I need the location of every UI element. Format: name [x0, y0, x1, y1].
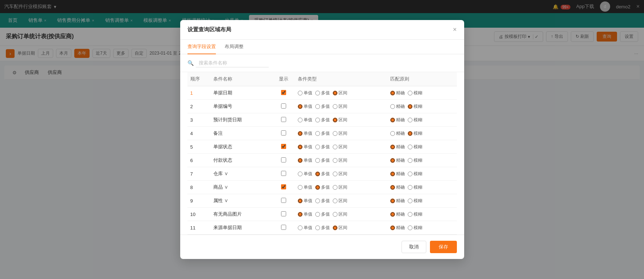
col-order: 顺序 [187, 72, 210, 86]
type-radio-多值[interactable]: 多值 [315, 157, 330, 164]
type-radio-多值[interactable]: 多值 [315, 90, 330, 96]
match-radio-模糊[interactable]: 模糊 [408, 144, 422, 150]
type-radio-多值[interactable]: 多值 [315, 144, 330, 150]
match-radio-精确[interactable]: 精确 [390, 103, 405, 110]
type-radio-单值[interactable]: 单值 [298, 198, 312, 204]
type-radio-多值[interactable]: 多值 [315, 184, 330, 190]
match-radio-精确[interactable]: 精确 [390, 117, 405, 123]
match-radio-精确[interactable]: 精确 [390, 198, 405, 204]
match-radio-精确[interactable]: 精确 [390, 90, 405, 96]
type-radio-单值[interactable]: 单值 [298, 117, 312, 123]
type-radio-多值[interactable]: 多值 [315, 225, 330, 231]
modal-close-button[interactable]: × [453, 26, 457, 34]
type-radio-多值[interactable]: 多值 [315, 198, 330, 204]
modal-table-container: 顺序 条件名称 显示 条件类型 匹配原则 1单据日期单值多值区间精确模糊2单据编… [180, 72, 464, 235]
type-radio-group: 单值多值区间 [298, 117, 384, 123]
type-radio-group: 单值多值区间 [298, 211, 384, 217]
type-radio-单值[interactable]: 单值 [298, 157, 312, 164]
type-radio-多值[interactable]: 多值 [315, 130, 330, 137]
row-order: 7 [190, 171, 193, 177]
modal-title: 设置查询区域布局 [187, 26, 231, 33]
type-radio-区间[interactable]: 区间 [333, 157, 347, 164]
type-radio-区间[interactable]: 区间 [333, 198, 347, 204]
table-row: 3预计到货日期单值多值区间精确模糊 [187, 113, 457, 127]
cancel-button[interactable]: 取消 [402, 241, 426, 253]
type-radio-单值[interactable]: 单值 [298, 225, 312, 231]
type-radio-区间[interactable]: 区间 [333, 225, 347, 231]
display-checkbox-5[interactable] [281, 144, 286, 149]
type-radio-区间[interactable]: 区间 [333, 90, 347, 96]
display-checkbox-10[interactable] [281, 211, 286, 216]
table-row: 6付款状态单值多值区间精确模糊 [187, 154, 457, 167]
match-radio-精确[interactable]: 精确 [390, 144, 405, 150]
display-checkbox-4[interactable] [281, 130, 286, 135]
row-order: 11 [190, 225, 195, 231]
display-checkbox-2[interactable] [281, 103, 286, 109]
display-checkbox-6[interactable] [281, 157, 286, 162]
tab-query-fields[interactable]: 查询字段设置 [187, 40, 216, 54]
match-radio-模糊[interactable]: 模糊 [408, 211, 422, 217]
type-radio-单值[interactable]: 单值 [298, 144, 312, 150]
row-order: 1 [190, 90, 193, 96]
type-radio-group: 单值多值区间 [298, 184, 384, 190]
match-radio-group: 精确模糊 [390, 117, 454, 123]
type-radio-区间[interactable]: 区间 [333, 103, 347, 110]
match-radio-模糊[interactable]: 模糊 [408, 90, 422, 96]
match-radio-精确[interactable]: 精确 [390, 225, 405, 231]
save-button[interactable]: 保存 [430, 241, 457, 253]
type-radio-多值[interactable]: 多值 [315, 171, 330, 177]
table-row: 5单据状态单值多值区间精确模糊 [187, 140, 457, 154]
conditions-table: 顺序 条件名称 显示 条件类型 匹配原则 1单据日期单值多值区间精确模糊2单据编… [187, 72, 457, 235]
match-radio-模糊[interactable]: 模糊 [408, 130, 422, 137]
table-row: 7仓库 ∨单值多值区间精确模糊 [187, 167, 457, 181]
match-radio-模糊[interactable]: 模糊 [408, 157, 422, 164]
tab-layout-adjust[interactable]: 布局调整 [225, 40, 244, 54]
type-radio-单值[interactable]: 单值 [298, 103, 312, 110]
display-checkbox-11[interactable] [281, 225, 286, 230]
type-radio-区间[interactable]: 区间 [333, 171, 347, 177]
modal-overlay: 设置查询区域布局 × 查询字段设置 布局调整 🔍 顺序 条件名称 [0, 0, 644, 279]
type-radio-区间[interactable]: 区间 [333, 184, 347, 190]
type-radio-多值[interactable]: 多值 [315, 117, 330, 123]
match-radio-模糊[interactable]: 模糊 [408, 225, 422, 231]
match-radio-模糊[interactable]: 模糊 [408, 103, 422, 110]
match-radio-精确[interactable]: 精确 [390, 184, 405, 190]
type-radio-group: 单值多值区间 [298, 130, 384, 137]
type-radio-单值[interactable]: 单值 [298, 90, 312, 96]
row-condition-name: 有无商品图片 [213, 211, 242, 217]
display-checkbox-7[interactable] [281, 171, 286, 176]
type-radio-单值[interactable]: 单值 [298, 130, 312, 137]
match-radio-模糊[interactable]: 模糊 [408, 184, 422, 190]
match-radio-模糊[interactable]: 模糊 [408, 171, 422, 177]
type-radio-单值[interactable]: 单值 [298, 211, 312, 217]
match-radio-精确[interactable]: 精确 [390, 157, 405, 164]
type-radio-单值[interactable]: 单值 [298, 171, 312, 177]
match-radio-模糊[interactable]: 模糊 [408, 198, 422, 204]
type-radio-区间[interactable]: 区间 [333, 117, 347, 123]
match-radio-group: 精确模糊 [390, 198, 454, 204]
type-radio-多值[interactable]: 多值 [315, 103, 330, 110]
match-radio-group: 精确模糊 [390, 103, 454, 110]
type-radio-单值[interactable]: 单值 [298, 184, 312, 190]
type-radio-区间[interactable]: 区间 [333, 211, 347, 217]
type-radio-多值[interactable]: 多值 [315, 211, 330, 217]
match-radio-精确[interactable]: 精确 [390, 171, 405, 177]
match-radio-模糊[interactable]: 模糊 [408, 117, 422, 123]
display-checkbox-1[interactable] [281, 90, 286, 95]
display-checkbox-8[interactable] [281, 184, 286, 189]
display-checkbox-9[interactable] [281, 198, 286, 203]
row-order: 2 [190, 104, 193, 109]
match-radio-group: 精确模糊 [390, 225, 454, 231]
type-radio-group: 单值多值区间 [298, 90, 384, 96]
search-input[interactable] [196, 59, 269, 67]
match-radio-精确[interactable]: 精确 [390, 130, 405, 137]
match-radio-精确[interactable]: 精确 [390, 211, 405, 217]
table-row: 10有无商品图片单值多值区间精确模糊 [187, 208, 457, 221]
table-row: 4备注单值多值区间精确模糊 [187, 127, 457, 140]
display-checkbox-3[interactable] [281, 117, 286, 122]
modal-footer: 取消 保存 [180, 235, 464, 259]
match-radio-group: 精确模糊 [390, 157, 454, 164]
type-radio-区间[interactable]: 区间 [333, 130, 347, 137]
row-order: 4 [190, 131, 193, 136]
type-radio-区间[interactable]: 区间 [333, 144, 347, 150]
